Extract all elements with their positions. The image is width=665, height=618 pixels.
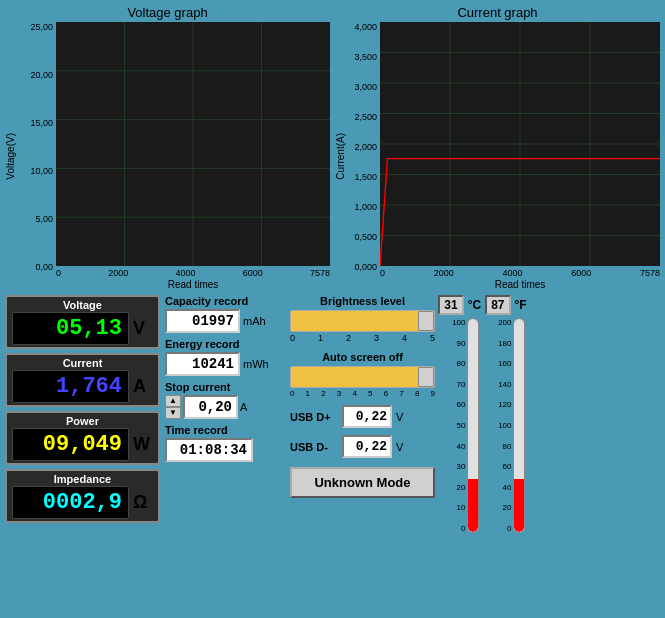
current-graph-wrap: Current(A) 4,000 3,500 3,000 2,500 2,000… — [335, 22, 660, 290]
usb-dminus-row: USB D- V — [290, 435, 435, 458]
stop-current-unit: A — [240, 401, 247, 413]
time-record-row — [165, 438, 285, 462]
current-graph-canvas — [380, 22, 660, 266]
controls-section: Voltage 05,13 V Current 1,764 A Power 09… — [0, 290, 665, 618]
voltage-graph-container: Voltage graph Voltage(V) 25,00 20,00 15,… — [5, 5, 330, 290]
right-middle-column: Brightness level 0 1 2 3 4 5 Auto screen… — [290, 295, 435, 613]
capacity-input[interactable] — [165, 309, 240, 333]
current-line-svg — [380, 22, 660, 266]
auto-screen-thumb[interactable] — [418, 367, 434, 387]
usb-dplus-row: USB D+ V — [290, 405, 435, 428]
celsius-unit: °C — [468, 298, 481, 312]
voltage-label: Voltage — [12, 299, 153, 311]
impedance-display: 0002,9 — [12, 486, 129, 519]
current-meter: Current 1,764 A — [5, 353, 160, 407]
current-graph-title: Current graph — [457, 5, 537, 20]
stop-current-block: Stop current ▲ ▼ A — [165, 381, 285, 419]
usb-dminus-unit: V — [396, 441, 403, 453]
energy-input[interactable] — [165, 352, 240, 376]
voltage-x-axis: 0 2000 4000 6000 7578 — [56, 266, 330, 278]
current-value-row: 1,764 A — [12, 370, 153, 403]
voltage-unit: V — [133, 318, 153, 339]
voltage-display: 05,13 — [12, 312, 129, 345]
brightness-label: Brightness level — [290, 295, 435, 307]
stop-current-down-btn[interactable]: ▼ — [165, 407, 181, 419]
stop-current-spinner: ▲ ▼ — [165, 395, 181, 419]
time-record-block: Time record — [165, 424, 285, 462]
celsius-fill — [468, 479, 478, 532]
celsius-tube — [467, 318, 479, 533]
energy-label: Energy record — [165, 338, 285, 350]
unknown-mode-button[interactable]: Unknown Mode — [290, 467, 435, 498]
capacity-record-block: Capacity record mAh — [165, 295, 285, 333]
fahrenheit-tube — [513, 318, 525, 533]
fahrenheit-value-box: 87 — [485, 295, 510, 315]
auto-screen-label: Auto screen off — [290, 351, 435, 363]
power-unit: W — [133, 434, 153, 455]
stop-current-label: Stop current — [165, 381, 285, 393]
voltage-grid-svg — [56, 22, 330, 266]
brightness-markers: 0 1 2 3 4 5 — [290, 333, 435, 343]
brightness-thumb[interactable] — [418, 311, 434, 331]
fahrenheit-scale: 200 180 160 140 120 100 80 60 40 20 0 — [487, 318, 512, 533]
brightness-block: Brightness level 0 1 2 3 4 5 — [290, 295, 435, 343]
voltage-y-label: Voltage(V) — [5, 133, 16, 180]
current-x-label: Read times — [380, 279, 660, 290]
current-x-axis: 0 2000 4000 6000 7578 — [380, 266, 660, 278]
voltage-graph-title: Voltage graph — [127, 5, 207, 20]
capacity-unit: mAh — [243, 315, 266, 327]
current-y-label: Current(A) — [335, 133, 346, 180]
fahrenheit-unit: °F — [515, 298, 527, 312]
current-y-axis: 4,000 3,500 3,000 2,500 2,000 1,500 1,00… — [348, 22, 380, 290]
graphs-section: Voltage graph Voltage(V) 25,00 20,00 15,… — [0, 0, 665, 290]
fahrenheit-fill — [514, 479, 524, 532]
power-label: Power — [12, 415, 153, 427]
records-column: Capacity record mAh Energy record mWh St… — [165, 295, 285, 613]
voltage-x-label: Read times — [56, 279, 330, 290]
usb-dplus-input[interactable] — [342, 405, 392, 428]
voltage-value-row: 05,13 V — [12, 312, 153, 345]
energy-value-row: mWh — [165, 352, 285, 376]
capacity-value-row: mAh — [165, 309, 285, 333]
fahrenheit-thermo: 200 180 160 140 120 100 80 60 40 20 0 — [487, 318, 525, 613]
impedance-label: Impedance — [12, 473, 153, 485]
capacity-label: Capacity record — [165, 295, 285, 307]
stop-current-input[interactable] — [183, 395, 238, 419]
voltage-graph-canvas — [56, 22, 330, 266]
meters-column: Voltage 05,13 V Current 1,764 A Power 09… — [5, 295, 160, 613]
power-meter: Power 09,049 W — [5, 411, 160, 465]
celsius-thermo: 100 90 80 70 60 50 40 30 20 10 0 — [441, 318, 479, 613]
usb-dplus-label: USB D+ — [290, 411, 338, 423]
energy-unit: mWh — [243, 358, 269, 370]
thermo-headers: 31 °C 87 °F — [440, 295, 525, 315]
time-record-label: Time record — [165, 424, 285, 436]
energy-record-block: Energy record mWh — [165, 338, 285, 376]
usb-dminus-input[interactable] — [342, 435, 392, 458]
thermometers-row: 100 90 80 70 60 50 40 30 20 10 0 — [440, 318, 525, 613]
impedance-meter: Impedance 0002,9 Ω — [5, 469, 160, 523]
celsius-value-box: 31 — [438, 295, 463, 315]
auto-screen-block: Auto screen off 0 1 2 3 4 5 6 7 8 9 — [290, 348, 435, 398]
main-container: Voltage graph Voltage(V) 25,00 20,00 15,… — [0, 0, 665, 618]
voltage-y-axis: 25,00 20,00 15,00 10,00 5,00 0,00 — [18, 22, 56, 290]
voltage-graph-wrap: Voltage(V) 25,00 20,00 15,00 10,00 5,00 … — [5, 22, 330, 290]
voltage-meter: Voltage 05,13 V — [5, 295, 160, 349]
impedance-value-row: 0002,9 Ω — [12, 486, 153, 519]
usb-dminus-label: USB D- — [290, 441, 338, 453]
stop-current-row: ▲ ▼ A — [165, 395, 285, 419]
current-display: 1,764 — [12, 370, 129, 403]
auto-screen-markers: 0 1 2 3 4 5 6 7 8 9 — [290, 389, 435, 398]
impedance-unit: Ω — [133, 492, 153, 513]
brightness-slider[interactable] — [290, 310, 435, 332]
auto-screen-slider[interactable] — [290, 366, 435, 388]
current-unit: A — [133, 376, 153, 397]
stop-current-up-btn[interactable]: ▲ — [165, 395, 181, 407]
current-label: Current — [12, 357, 153, 369]
current-graph-container: Current graph Current(A) 4,000 3,500 3,0… — [335, 5, 660, 290]
time-record-input[interactable] — [165, 438, 253, 462]
power-display: 09,049 — [12, 428, 129, 461]
power-value-row: 09,049 W — [12, 428, 153, 461]
thermometer-section: 31 °C 87 °F 100 90 80 70 60 50 40 30 — [440, 295, 525, 613]
celsius-scale: 100 90 80 70 60 50 40 30 20 10 0 — [441, 318, 466, 533]
usb-dplus-unit: V — [396, 411, 403, 423]
